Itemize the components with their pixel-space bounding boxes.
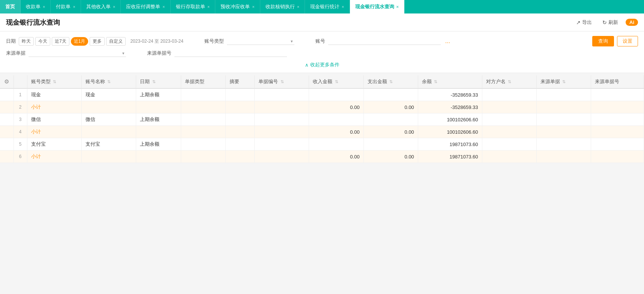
table-row: 2小计0.000.00-3528659.33 xyxy=(0,101,644,113)
data-table: ⚙ 账号类型 ⇅ 账号名称 ⇅ 日期 ⇅ 单据类型 xyxy=(0,75,644,163)
data-table-area: ⚙ 账号类型 ⇅ 账号名称 ⇅ 日期 ⇅ 单据类型 xyxy=(0,75,644,163)
table-cell-account_name xyxy=(81,151,136,163)
nav-tab-verification[interactable]: 收款核销执行 × xyxy=(260,0,305,13)
table-cell-income: 0.00 xyxy=(309,126,363,138)
table-row: 1现金现金上期余额-3528659.33 xyxy=(0,88,644,101)
table-cell-doc_type xyxy=(181,88,226,101)
export-icon: ↗ xyxy=(576,19,581,25)
table-cell-source_doc_no xyxy=(591,138,644,151)
col-counterparty[interactable]: 对方户名 ⇅ xyxy=(482,75,536,88)
col-doc-type: 单据类型 xyxy=(181,75,226,88)
table-cell-source_doc xyxy=(536,126,591,138)
table-row: 4小计0.000.00100102606.60 xyxy=(0,126,644,138)
date-btn-custom[interactable]: 自定义 xyxy=(106,37,126,46)
filter-area: 日期 昨天 今天 近7天 近1月 更多 自定义 2023-02-24 至 202… xyxy=(0,31,644,73)
collapse-bar[interactable]: ∧ 收起更多条件 xyxy=(6,60,638,70)
close-icon[interactable]: × xyxy=(252,4,254,9)
source-doc-no-label: 来源单据号 xyxy=(147,50,171,57)
table-cell-counterparty xyxy=(482,88,536,101)
table-cell-account_type: 现金 xyxy=(27,88,81,101)
account-label: 账号 xyxy=(315,38,325,45)
table-cell-income: 0.00 xyxy=(309,101,363,113)
col-account-type[interactable]: 账号类型 ⇅ xyxy=(27,75,81,88)
table-cell-doc_no xyxy=(255,138,309,151)
col-expense[interactable]: 支出金额 ⇅ xyxy=(363,75,418,88)
col-source-doc-no: 来源单据号 xyxy=(591,75,644,88)
date-btn-today[interactable]: 今天 xyxy=(35,37,50,46)
close-icon[interactable]: × xyxy=(207,4,210,9)
source-doc-label: 来源单据 xyxy=(6,50,26,57)
col-date[interactable]: 日期 ⇅ xyxy=(136,75,181,88)
date-btn-yesterday[interactable]: 昨天 xyxy=(19,37,34,46)
refresh-button[interactable]: ↻ 刷新 xyxy=(599,18,621,27)
table-cell-balance: 100102606.60 xyxy=(418,113,482,126)
col-account-name[interactable]: 账号名称 ⇅ xyxy=(81,75,136,88)
table-cell-row_num: 4 xyxy=(14,126,27,138)
export-button[interactable]: ↗ 导出 xyxy=(573,18,595,27)
account-dots-button[interactable]: ... xyxy=(444,38,452,45)
date-btn-7days[interactable]: 近7天 xyxy=(52,37,69,46)
table-cell-source_doc xyxy=(536,151,591,163)
table-cell-doc_type xyxy=(181,101,226,113)
table-cell-row_num: 3 xyxy=(14,113,27,126)
col-settings: ⚙ xyxy=(0,75,14,88)
table-cell-source_doc_no xyxy=(591,151,644,163)
close-icon[interactable]: × xyxy=(162,4,165,9)
ai-button[interactable]: Ai xyxy=(626,19,638,26)
source-doc-filter-group: 来源单据 ▾ xyxy=(6,49,126,57)
nav-tab-adjustment[interactable]: 应收应付调整单 × xyxy=(121,0,170,13)
account-input[interactable] xyxy=(328,37,441,45)
table-cell-source_doc_no xyxy=(591,113,644,126)
col-doc-no[interactable]: 单据编号 ⇅ xyxy=(255,75,309,88)
date-btn-1month[interactable]: 近1月 xyxy=(71,37,89,46)
settings-button[interactable]: 设置 xyxy=(617,36,638,46)
nav-tab-payments[interactable]: 付款单 × xyxy=(51,0,81,13)
close-icon[interactable]: × xyxy=(396,4,399,9)
nav-home[interactable]: 首页 xyxy=(0,0,21,13)
table-cell-settings xyxy=(0,126,14,138)
table-cell-balance: -3528659.33 xyxy=(418,88,482,101)
col-balance[interactable]: 余额 ⇅ xyxy=(418,75,482,88)
page-header: 现金银行流水查询 ↗ 导出 ↻ 刷新 Ai xyxy=(0,13,644,31)
sort-icon: ⇅ xyxy=(434,79,437,84)
table-cell-account_type: 小计 xyxy=(27,151,81,163)
table-row: 5支付宝支付宝上期余额19871073.60 xyxy=(0,138,644,151)
close-icon[interactable]: × xyxy=(297,4,299,9)
nav-tab-other-income[interactable]: 其他收入单 × xyxy=(81,0,121,13)
sort-icon: ⇅ xyxy=(389,79,393,84)
nav-tab-receipts[interactable]: 收款单 × xyxy=(21,0,51,13)
top-navigation: 首页 收款单 × 付款单 × 其他收入单 × 应收应付调整单 × 银行存取款单 … xyxy=(0,0,644,13)
nav-tab-prepayment[interactable]: 预收冲应收单 × xyxy=(215,0,260,13)
table-cell-balance: 19871073.60 xyxy=(418,151,482,163)
col-income[interactable]: 收入金额 ⇅ xyxy=(309,75,363,88)
col-summary: 摘要 xyxy=(226,75,255,88)
account-type-label: 账号类型 xyxy=(204,38,224,45)
table-cell-counterparty xyxy=(482,113,536,126)
table-cell-source_doc xyxy=(536,113,591,126)
table-cell-expense xyxy=(363,138,418,151)
date-btn-more[interactable]: 更多 xyxy=(90,37,105,46)
table-cell-doc_no xyxy=(255,113,309,126)
close-icon[interactable]: × xyxy=(342,4,344,9)
gear-icon[interactable]: ⚙ xyxy=(4,78,9,85)
query-button[interactable]: 查询 xyxy=(592,36,614,46)
nav-tab-cash-flow[interactable]: 现金银行流水查询 × xyxy=(350,0,404,13)
col-source-doc[interactable]: 来源单据 ⇅ xyxy=(536,75,591,88)
table-cell-account_name xyxy=(81,126,136,138)
table-cell-expense xyxy=(363,113,418,126)
nav-tab-bank-deposit[interactable]: 银行存取款单 × xyxy=(171,0,215,13)
table-header: ⚙ 账号类型 ⇅ 账号名称 ⇅ 日期 ⇅ 单据类型 xyxy=(0,75,644,88)
source-doc-no-input[interactable] xyxy=(174,49,287,57)
nav-tab-cash-stats[interactable]: 现金银行统计 × xyxy=(305,0,350,13)
source-doc-select[interactable] xyxy=(29,49,126,57)
close-icon[interactable]: × xyxy=(73,4,75,9)
table-cell-income xyxy=(309,138,363,151)
table-cell-account_name: 支付宝 xyxy=(81,138,136,151)
account-type-select[interactable] xyxy=(227,37,294,45)
close-icon[interactable]: × xyxy=(43,4,45,9)
close-icon[interactable]: × xyxy=(113,4,115,9)
table-cell-counterparty xyxy=(482,101,536,113)
table-cell-account_type: 支付宝 xyxy=(27,138,81,151)
table-row: 6小计0.000.0019871073.60 xyxy=(0,151,644,163)
source-doc-select-wrapper: ▾ xyxy=(29,49,126,57)
